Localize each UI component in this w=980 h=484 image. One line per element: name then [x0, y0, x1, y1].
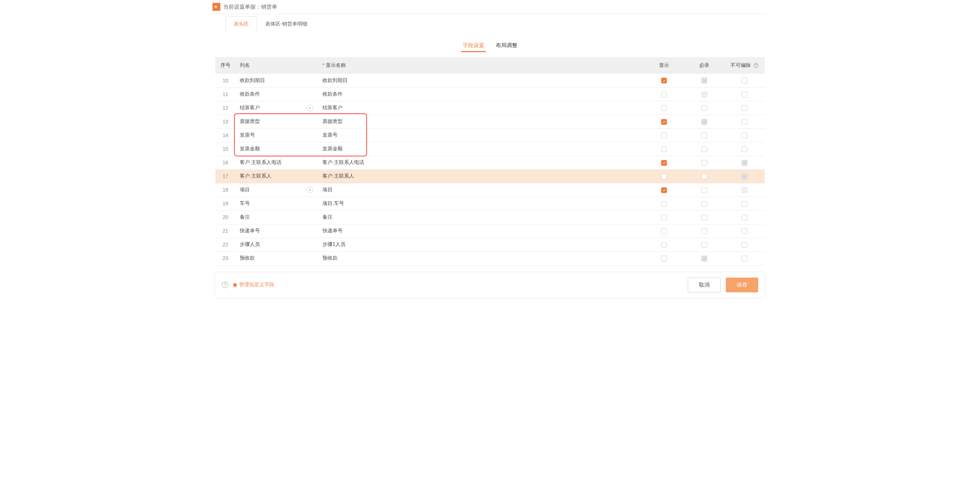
row-seq: 15	[215, 142, 235, 156]
table-row[interactable]: 19车号项目.车号	[215, 197, 765, 210]
row-non_editable-cell	[724, 183, 765, 197]
show-checkbox[interactable]	[661, 92, 667, 97]
row-display-name[interactable]: 备注	[318, 210, 644, 224]
cancel-button[interactable]: 取消	[688, 278, 721, 292]
show-checkbox[interactable]	[661, 256, 667, 261]
row-display-name[interactable]: 收款条件	[318, 88, 644, 101]
sub-tab-1[interactable]: 布局调整	[494, 40, 519, 52]
row-display-name[interactable]: 票据类型	[318, 115, 644, 128]
non_editable-checkbox[interactable]	[741, 105, 748, 111]
help-icon[interactable]: ?	[222, 282, 228, 288]
non_editable-checkbox[interactable]	[741, 146, 748, 152]
row-show-cell	[644, 183, 684, 197]
table-row[interactable]: 14发票号发票号	[215, 128, 765, 142]
show-checkbox[interactable]	[661, 174, 667, 180]
row-display-name[interactable]: 预收款	[318, 252, 644, 265]
row-display-name[interactable]: 客户.主联系人	[318, 169, 644, 183]
table-row[interactable]: 23预收款预收款	[215, 252, 765, 265]
save-button[interactable]: 保存	[726, 278, 758, 292]
table-row[interactable]: 16客户.主联系人电话客户.主联系人电话	[215, 156, 765, 169]
non_editable-checkbox[interactable]	[741, 228, 748, 234]
row-seq: 16	[215, 156, 235, 169]
table-row[interactable]: 11收款条件收款条件	[215, 88, 765, 101]
row-show-cell	[644, 74, 684, 88]
row-display-name[interactable]: 发票号	[318, 128, 644, 142]
row-show-cell	[644, 224, 684, 238]
row-seq: 23	[215, 252, 235, 265]
show-checkbox[interactable]	[661, 228, 667, 234]
row-display-name[interactable]: 项目	[318, 183, 644, 197]
show-checkbox[interactable]	[661, 78, 667, 83]
row-non_editable-cell	[724, 142, 765, 156]
required-checkbox[interactable]	[702, 146, 707, 152]
row-display-name[interactable]: 发票金额	[318, 142, 644, 156]
row-seq: 12	[215, 101, 235, 115]
plus-icon[interactable]	[307, 105, 313, 111]
required-checkbox[interactable]	[702, 215, 707, 220]
non_editable-checkbox[interactable]	[741, 215, 748, 220]
non_editable-checkbox[interactable]	[741, 133, 748, 139]
row-required-cell	[684, 197, 724, 210]
row-required-cell	[684, 115, 724, 128]
row-required-cell	[684, 252, 724, 265]
row-non_editable-cell	[724, 224, 765, 238]
sub-tab-0[interactable]: 字段设置	[461, 40, 486, 52]
row-non_editable-cell	[724, 101, 765, 115]
show-checkbox[interactable]	[661, 105, 667, 111]
required-checkbox[interactable]	[702, 160, 707, 166]
row-name: 客户.主联系人电话	[235, 156, 318, 169]
required-checkbox[interactable]	[702, 187, 707, 193]
row-required-cell	[684, 169, 724, 183]
manage-custom-fields-link[interactable]: 管理自定义字段	[232, 282, 274, 288]
table-row[interactable]: 10收款到期日收款到期日	[215, 74, 765, 88]
non_editable-checkbox[interactable]	[741, 78, 748, 83]
row-seq: 10	[215, 74, 235, 88]
non_editable-checkbox[interactable]	[741, 119, 748, 125]
show-checkbox[interactable]	[661, 201, 667, 207]
required-checkbox[interactable]	[702, 242, 707, 248]
row-required-cell	[684, 128, 724, 142]
required-checkbox[interactable]	[702, 174, 707, 180]
help-icon[interactable]	[754, 63, 759, 68]
required-checkbox[interactable]	[702, 201, 707, 207]
main-tab-1[interactable]: 表体区-销货单明细	[257, 16, 316, 32]
table-row[interactable]: 17客户.主联系人客户.主联系人	[215, 169, 765, 183]
show-checkbox[interactable]	[661, 146, 667, 152]
plus-icon[interactable]	[307, 186, 313, 193]
row-seq: 11	[215, 88, 235, 101]
row-display-name[interactable]: 快递单号	[318, 224, 644, 238]
table-row[interactable]: 20备注备注	[215, 210, 765, 224]
table-row[interactable]: 15发票金额发票金额	[215, 142, 765, 156]
row-display-name[interactable]: 客户.主联系人电话	[318, 156, 644, 169]
row-name: 预收款	[235, 252, 318, 265]
footer: ? 管理自定义字段 取消 保存	[215, 272, 765, 298]
row-display-name[interactable]: 项目.车号	[318, 197, 644, 210]
table-row[interactable]: 12结算客户结算客户	[215, 101, 765, 115]
show-checkbox[interactable]	[661, 242, 667, 248]
table-row[interactable]: 21快递单号快递单号	[215, 224, 765, 238]
row-display-name[interactable]: 收款到期日	[318, 74, 644, 88]
show-checkbox[interactable]	[661, 119, 667, 125]
required-checkbox[interactable]	[702, 228, 707, 234]
main-tab-0[interactable]: 表头区	[225, 16, 257, 32]
show-checkbox[interactable]	[661, 187, 667, 193]
non_editable-checkbox[interactable]	[741, 201, 748, 207]
expand-icon[interactable]	[212, 3, 220, 11]
show-checkbox[interactable]	[661, 160, 667, 166]
required-checkbox[interactable]	[702, 133, 707, 139]
table-row[interactable]: 18项目项目	[215, 183, 765, 197]
row-show-cell	[644, 101, 684, 115]
table-row[interactable]: 13票据类型票据类型	[215, 115, 765, 128]
show-checkbox[interactable]	[661, 215, 667, 220]
non_editable-checkbox[interactable]	[741, 92, 748, 97]
show-checkbox[interactable]	[661, 133, 667, 139]
required-checkbox[interactable]	[702, 105, 707, 111]
col-required: 必录	[684, 57, 724, 74]
row-display-name[interactable]: 步骤1人员	[318, 238, 644, 252]
non_editable-checkbox[interactable]	[741, 256, 748, 261]
row-display-name[interactable]: 结算客户	[318, 101, 644, 115]
table-row[interactable]: 22步骤人员步骤1人员	[215, 238, 765, 252]
row-show-cell	[644, 115, 684, 128]
row-show-cell	[644, 238, 684, 252]
non_editable-checkbox[interactable]	[741, 242, 748, 248]
